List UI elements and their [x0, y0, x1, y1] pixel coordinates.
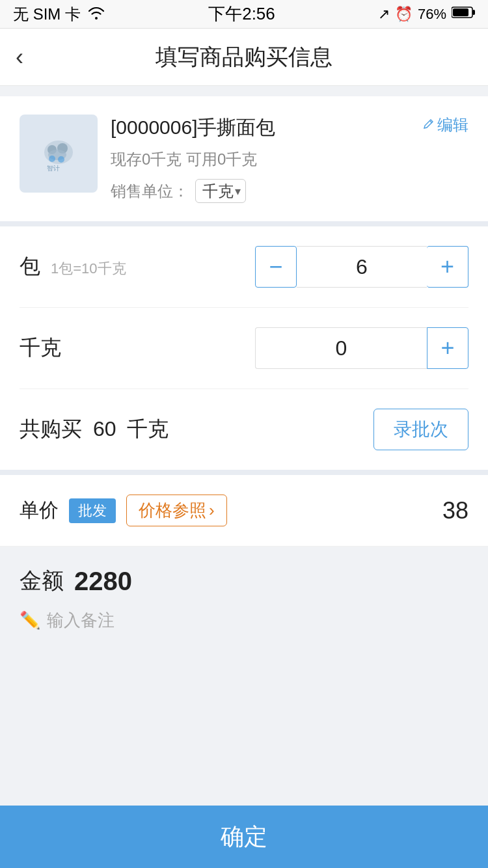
- product-code-name: [0000006]手撕面包: [111, 115, 468, 141]
- pencil-icon: ✏️: [20, 610, 40, 631]
- amount-value: 2280: [74, 567, 132, 596]
- amount-row: 金额 2280: [20, 566, 468, 596]
- package-hint: 1包=10千克: [51, 259, 126, 278]
- product-stock: 现存0千克 可用0千克: [111, 149, 468, 170]
- battery-icon: [452, 6, 475, 23]
- svg-text:智计: 智计: [47, 165, 60, 172]
- price-label: 单价: [20, 497, 59, 524]
- edit-link[interactable]: 编辑: [423, 115, 468, 135]
- price-section: 单价 批发 价格参照 › 38: [0, 475, 488, 547]
- package-minus-button[interactable]: −: [255, 246, 297, 288]
- kg-row: 千克 +: [20, 308, 468, 389]
- remark-row[interactable]: ✏️ 输入备注: [20, 609, 468, 632]
- package-section: 包 1包=10千克 − +: [0, 226, 488, 308]
- summary-row: 共购买 60 千克 录批次: [0, 389, 488, 475]
- svg-rect-1: [472, 10, 475, 15]
- confirm-button[interactable]: 确定: [0, 806, 488, 868]
- status-bar: 无 SIM 卡 下午2:56 ↗ ⏰ 76%: [0, 0, 488, 29]
- package-qty-control: − +: [255, 246, 468, 288]
- price-tag: 批发: [69, 498, 116, 523]
- product-info: [0000006]手撕面包 现存0千克 可用0千克 销售单位： 千克: [111, 115, 468, 203]
- remark-placeholder: 输入备注: [47, 609, 115, 632]
- unit-select-wrap[interactable]: 千克: [195, 179, 246, 203]
- package-plus-button[interactable]: +: [427, 246, 468, 288]
- price-value: 38: [442, 497, 468, 524]
- product-image: 智计: [20, 115, 98, 193]
- back-button[interactable]: ‹: [16, 44, 23, 71]
- kg-section: 千克 +: [0, 308, 488, 389]
- battery-text: 76%: [418, 6, 446, 23]
- batch-button[interactable]: 录批次: [373, 409, 468, 450]
- package-qty-input[interactable]: [297, 246, 427, 288]
- price-ref-label: 价格参照: [139, 499, 206, 522]
- package-label: 包 1包=10千克: [20, 252, 126, 281]
- summary-text: 共购买 60 千克: [20, 415, 169, 444]
- kg-qty-input[interactable]: [255, 327, 427, 369]
- svg-point-8: [58, 156, 64, 163]
- product-card: 智计 [0000006]手撕面包 现存0千克 可用0千克 销售单位： 千克 编辑: [0, 96, 488, 226]
- kg-qty-control: +: [255, 327, 468, 369]
- nav-title: 填写商品购买信息: [156, 42, 332, 72]
- package-row: 包 1包=10千克 − +: [20, 226, 468, 308]
- kg-plus-button[interactable]: +: [427, 327, 468, 369]
- price-ref-arrow-icon: ›: [209, 500, 215, 521]
- location-icon: ↗: [378, 6, 390, 23]
- summary-amount: 60: [93, 417, 116, 441]
- svg-point-7: [49, 156, 55, 162]
- status-right: ↗ ⏰ 76%: [378, 6, 475, 23]
- product-unit-row: 销售单位： 千克: [111, 179, 468, 203]
- alarm-icon: ⏰: [395, 6, 413, 23]
- unit-label: 销售单位：: [111, 181, 189, 202]
- wifi-icon: [87, 5, 105, 23]
- status-left: 无 SIM 卡: [13, 4, 105, 25]
- price-ref-button[interactable]: 价格参照 ›: [126, 495, 227, 526]
- carrier-text: 无 SIM 卡: [13, 4, 81, 25]
- amount-section: 金额 2280 ✏️ 输入备注: [0, 547, 488, 651]
- amount-label: 金额: [20, 566, 64, 596]
- status-time: 下午2:56: [208, 3, 275, 25]
- unit-select[interactable]: 千克: [195, 179, 246, 203]
- edit-label: 编辑: [437, 115, 468, 135]
- nav-bar: ‹ 填写商品购买信息: [0, 29, 488, 86]
- kg-label: 千克: [20, 334, 61, 362]
- svg-rect-2: [453, 8, 468, 16]
